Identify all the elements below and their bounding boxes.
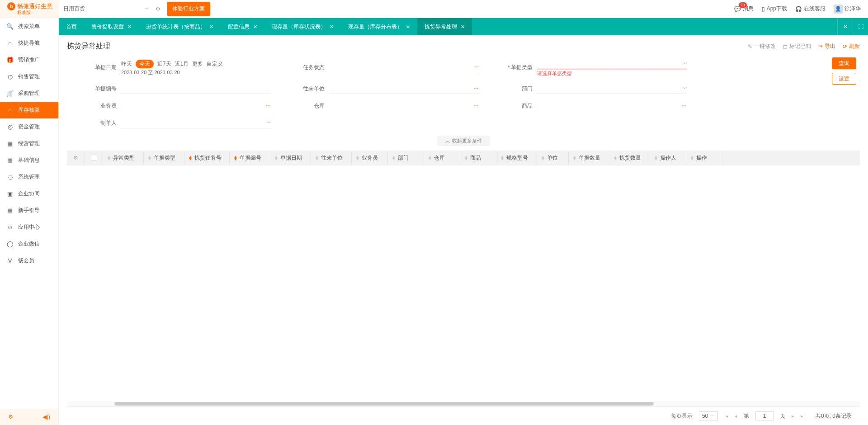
column-header[interactable]: ▲▼单位 bbox=[537, 151, 569, 165]
settings-button[interactable]: 设置 bbox=[832, 73, 856, 85]
tab-close-all[interactable]: ✕ bbox=[837, 18, 853, 35]
date-option[interactable]: 昨天 bbox=[121, 60, 132, 68]
page-input[interactable]: 1 bbox=[755, 411, 774, 420]
collapse-filters[interactable]: ︽ 收起更多条件 bbox=[437, 136, 490, 146]
export-action[interactable]: ↷导出 bbox=[818, 42, 835, 50]
column-settings[interactable]: ⚙ bbox=[67, 151, 85, 165]
sidebar-item-2[interactable]: 🎁营销推广 bbox=[0, 52, 58, 68]
sidebar-item-9[interactable]: ◌系统管理 bbox=[0, 169, 58, 185]
menu-icon: 🛒 bbox=[6, 90, 14, 97]
doc-no-input[interactable] bbox=[121, 83, 271, 94]
next-page[interactable]: ▸ bbox=[792, 413, 794, 419]
column-header[interactable]: ▲▼部门 bbox=[388, 151, 424, 165]
select-all-checkbox[interactable] bbox=[85, 151, 103, 165]
tab-3[interactable]: 配置信息✕ bbox=[221, 18, 264, 35]
sidebar-item-label: 资金管理 bbox=[18, 123, 40, 131]
close-icon[interactable]: ✕ bbox=[406, 24, 410, 30]
close-icon[interactable]: ✕ bbox=[127, 24, 132, 30]
tab-0[interactable]: 首页 bbox=[59, 18, 84, 35]
sidebar-item-label: 经营管理 bbox=[18, 140, 40, 147]
column-header[interactable]: ▲▼商品 bbox=[460, 151, 496, 165]
user-menu[interactable]: 👤 徐泽华 bbox=[834, 5, 861, 14]
column-header[interactable]: ▲▼单据日期 bbox=[270, 151, 311, 165]
sidebar-item-label: 企业微信 bbox=[18, 240, 40, 248]
messages-button[interactable]: 💬 消息 70 bbox=[734, 5, 754, 13]
sidebar-item-8[interactable]: ▦基础信息 bbox=[0, 152, 58, 169]
sidebar-item-10[interactable]: ▣企业协同 bbox=[0, 185, 58, 202]
date-option[interactable]: 近7天 bbox=[157, 60, 171, 68]
menu-icon: ⌂ bbox=[6, 107, 14, 114]
date-option[interactable]: 自定义 bbox=[207, 60, 223, 68]
maker-select[interactable]: ﹀ bbox=[121, 118, 271, 128]
goods-select[interactable]: ⋯ bbox=[537, 100, 687, 111]
tab-5[interactable]: 现存量（库存分布表）✕ bbox=[341, 18, 417, 35]
column-header[interactable]: ▲▼拣货任务号 bbox=[184, 151, 230, 165]
sidebar-item-3[interactable]: ◷销售管理 bbox=[0, 68, 58, 85]
date-option[interactable]: 近1月 bbox=[175, 60, 189, 68]
first-page[interactable]: |◂ bbox=[724, 413, 728, 419]
collapse-icon[interactable]: ◀)) bbox=[42, 414, 50, 420]
gear-icon[interactable]: ⚙ bbox=[8, 414, 13, 420]
prev-page[interactable]: ◂ bbox=[735, 413, 737, 419]
sidebar-item-12[interactable]: ☺应用中心 bbox=[0, 219, 58, 236]
close-icon[interactable]: ✕ bbox=[330, 24, 334, 30]
column-header[interactable]: ▲▼拣货数量 bbox=[609, 151, 650, 165]
date-option[interactable]: 今天 bbox=[136, 60, 154, 68]
warehouse-select[interactable]: ⋯ bbox=[329, 100, 479, 111]
tab-label: 首页 bbox=[66, 23, 77, 31]
sidebar-item-label: 搜索菜单 bbox=[18, 23, 40, 30]
tab-4[interactable]: 现存量（库存状况表）✕ bbox=[264, 18, 341, 35]
app-download[interactable]: ▯ App下载 bbox=[762, 5, 787, 13]
sidebar-item-1[interactable]: ⌂快捷导航 bbox=[0, 35, 58, 52]
partner-select[interactable]: ⋯ bbox=[329, 83, 479, 94]
column-header[interactable]: ▲▼单据数量 bbox=[569, 151, 609, 165]
sidebar-item-0[interactable]: 🔍搜索菜单 bbox=[0, 18, 58, 35]
menu-icon: ◯ bbox=[6, 241, 14, 248]
column-header[interactable]: ▲▼操作 bbox=[686, 151, 722, 165]
sidebar-item-7[interactable]: ▤经营管理 bbox=[0, 135, 58, 152]
column-header[interactable]: ▲▼单据类型 bbox=[144, 151, 184, 165]
column-header[interactable]: ▲▼业务员 bbox=[352, 151, 388, 165]
task-status-select[interactable]: ﹀ bbox=[329, 62, 479, 73]
column-header[interactable]: ▲▼往来单位 bbox=[311, 151, 352, 165]
per-page-select[interactable]: 50 ﹀ bbox=[699, 411, 718, 420]
store-select[interactable]: 日用百货 ﹀ bbox=[63, 5, 149, 13]
doc-type-select[interactable]: ﹀ bbox=[537, 58, 687, 69]
date-option[interactable]: 更多 bbox=[192, 60, 203, 68]
sidebar-item-11[interactable]: ▤新手引导 bbox=[0, 202, 58, 219]
sidebar-item-14[interactable]: V畅会员 bbox=[0, 252, 58, 269]
sidebar-item-6[interactable]: ◎资金管理 bbox=[0, 118, 58, 135]
settings-icon[interactable]: ⚙ bbox=[156, 6, 160, 12]
query-button[interactable]: 查询 bbox=[832, 57, 856, 69]
menu-icon: ◎ bbox=[6, 123, 14, 131]
refresh-action[interactable]: ⟳刷新 bbox=[843, 42, 860, 50]
column-header[interactable]: ▲▼仓库 bbox=[424, 151, 460, 165]
cta-button[interactable]: 体验行业方案 bbox=[167, 2, 210, 16]
sidebar-item-4[interactable]: 🛒采购管理 bbox=[0, 85, 58, 102]
close-icon[interactable]: ✕ bbox=[253, 24, 257, 30]
tab-1[interactable]: 售价提取设置✕ bbox=[84, 18, 139, 35]
mark-known-action[interactable]: ◻标记已知 bbox=[783, 42, 811, 50]
sidebar-item-13[interactable]: ◯企业微信 bbox=[0, 236, 58, 252]
tab-2[interactable]: 进货单统计表（按商品）✕ bbox=[139, 18, 221, 35]
close-icon[interactable]: ✕ bbox=[461, 24, 465, 30]
online-service[interactable]: 🎧 在线客服 bbox=[795, 5, 826, 13]
sort-icon: ▲▼ bbox=[274, 156, 278, 160]
menu-icon: ⌂ bbox=[6, 40, 14, 47]
tab-6[interactable]: 拣货异常处理✕ bbox=[417, 18, 472, 35]
chevron-down-icon: ﹀ bbox=[683, 85, 687, 92]
batch-edit-action[interactable]: ✎一键修改 bbox=[748, 42, 776, 50]
horizontal-scrollbar[interactable] bbox=[67, 401, 860, 406]
last-page[interactable]: ▸| bbox=[801, 413, 805, 419]
column-header[interactable]: ▲▼规格型号 bbox=[496, 151, 537, 165]
column-label: 单据类型 bbox=[154, 154, 175, 162]
label-doc-date: 单据日期 bbox=[81, 64, 121, 71]
column-header[interactable]: ▲▼操作人 bbox=[650, 151, 686, 165]
sales-select[interactable]: ⋯ bbox=[121, 100, 271, 111]
column-header[interactable]: ▲▼单据编号 bbox=[230, 151, 270, 165]
sidebar-item-5[interactable]: ⌂库存核算 bbox=[0, 102, 58, 118]
column-header[interactable]: ▲▼异常类型 bbox=[103, 151, 144, 165]
fullscreen-icon[interactable]: ⛶ bbox=[853, 18, 868, 35]
dept-select[interactable]: ﹀ bbox=[537, 83, 687, 94]
close-icon[interactable]: ✕ bbox=[209, 24, 213, 30]
